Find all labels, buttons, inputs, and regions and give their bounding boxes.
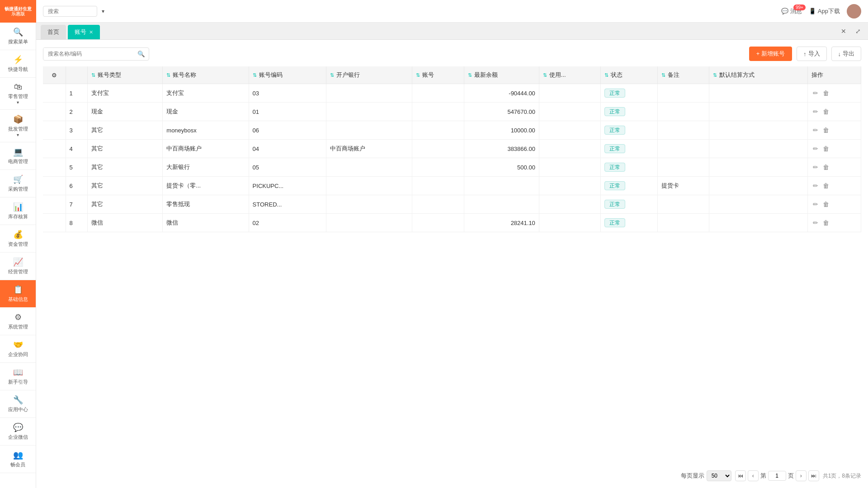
col-remark[interactable]: ⇅备注 xyxy=(657,66,709,84)
tab-expand-button[interactable]: ⤢ xyxy=(853,26,863,37)
col-gear[interactable]: ⚙ xyxy=(43,66,66,84)
tab-account-close[interactable]: ✕ xyxy=(89,29,93,35)
quick-icon: ⚡ xyxy=(13,55,23,65)
col-name[interactable]: ⇅账号名称 xyxy=(163,66,249,84)
sidebar-item-system[interactable]: ⚙ 系统管理 xyxy=(0,308,36,335)
retail-icon: 🛍 xyxy=(14,82,22,92)
col-num xyxy=(66,66,88,84)
row-name-4: 中百商场账户 xyxy=(163,140,249,158)
row-gear-7 xyxy=(43,195,66,214)
row-gear-2 xyxy=(43,103,66,121)
sidebar-item-retail[interactable]: 🛍 零售管理 ▾ xyxy=(0,78,36,110)
edit-button-7[interactable]: ✏ xyxy=(811,199,820,209)
app-download-button[interactable]: 📱 App下载 xyxy=(809,7,840,15)
search-input[interactable] xyxy=(43,48,134,60)
col-status[interactable]: ⇅状态 xyxy=(600,66,657,84)
toolbar: 🔍 + 新增账号 ↑ 导入 ↓ 导出 xyxy=(43,47,861,61)
sidebar-item-member[interactable]: 👥 畅会员 xyxy=(0,446,36,473)
sidebar-item-app_center[interactable]: 🔧 应用中心 xyxy=(0,390,36,418)
purchase-icon: 🛒 xyxy=(13,174,23,184)
export-icon: ↓ xyxy=(838,51,841,57)
tab-account[interactable]: 账号 ✕ xyxy=(68,25,100,39)
delete-button-4[interactable]: 🗑 xyxy=(821,144,830,154)
row-num-1: 1 xyxy=(66,84,88,103)
sidebar-item-enterprise_wx[interactable]: 💬 企业微信 xyxy=(0,418,36,446)
sidebar-item-quick[interactable]: ⚡ 快捷导航 xyxy=(0,50,36,78)
import-icon: ↑ xyxy=(803,51,807,57)
topbar-dropdown[interactable]: ▾ xyxy=(102,8,104,14)
page-number-input[interactable] xyxy=(768,471,786,481)
row-type-3: 其它 xyxy=(88,121,163,140)
col-code[interactable]: ⇅账号编码 xyxy=(249,66,326,84)
table-row: 1 支付宝 支付宝 03 -90444.00 正常 ✏ 🗑 xyxy=(43,84,861,103)
delete-button-5[interactable]: 🗑 xyxy=(821,162,830,172)
delete-button-2[interactable]: 🗑 xyxy=(821,107,830,117)
row-status-5: 正常 xyxy=(600,158,657,177)
search-button[interactable]: 🔍 xyxy=(134,48,149,60)
edit-button-1[interactable]: ✏ xyxy=(811,88,820,98)
col-usage[interactable]: ⇅使用... xyxy=(539,66,600,84)
col-type[interactable]: ⇅账号类型 xyxy=(88,66,163,84)
last-page-button[interactable]: ⏭ xyxy=(808,470,819,481)
edit-button-5[interactable]: ✏ xyxy=(811,162,820,172)
row-actions-6: ✏ 🗑 xyxy=(808,177,861,195)
sidebar-item-label-inventory: 库存核算 xyxy=(8,213,28,220)
sidebar-item-basic[interactable]: 📋 基础信息 xyxy=(0,280,36,308)
delete-button-7[interactable]: 🗑 xyxy=(821,199,830,209)
col-balance[interactable]: ⇅最新余额 xyxy=(464,66,539,84)
sidebar-item-operation[interactable]: 📈 经营管理 xyxy=(0,253,36,280)
sidebar-item-purchase[interactable]: 🛒 采购管理 xyxy=(0,170,36,197)
col-default-settle[interactable]: ⇅默认结算方式 xyxy=(709,66,808,84)
row-num-8: 8 xyxy=(66,214,88,232)
next-page-button[interactable]: › xyxy=(796,470,807,481)
row-default-settle-7 xyxy=(709,195,808,214)
sidebar-item-inventory[interactable]: 📊 库存核算 xyxy=(0,197,36,225)
toolbar-right: + 新增账号 ↑ 导入 ↓ 导出 xyxy=(749,47,861,61)
chevron-down-icon: ▾ xyxy=(102,8,104,14)
delete-button-3[interactable]: 🗑 xyxy=(821,125,830,135)
user-avatar[interactable] xyxy=(847,4,861,19)
first-page-button[interactable]: ⏮ xyxy=(735,470,746,481)
row-usage-4 xyxy=(539,140,600,158)
sidebar-item-agreement[interactable]: 🤝 企业协同 xyxy=(0,335,36,363)
sidebar-item-search[interactable]: 🔍 搜索菜单 xyxy=(0,23,36,50)
edit-button-6[interactable]: ✏ xyxy=(811,181,820,191)
page-label: 第 xyxy=(760,472,766,480)
tab-close-all-button[interactable]: ✕ xyxy=(838,26,849,37)
row-default-settle-8 xyxy=(709,214,808,232)
row-status-6: 正常 xyxy=(600,177,657,195)
inventory-icon: 📊 xyxy=(13,202,23,212)
sidebar-item-wholesale[interactable]: 📦 批发管理 ▾ xyxy=(0,110,36,142)
edit-button-2[interactable]: ✏ xyxy=(811,107,820,117)
edit-button-4[interactable]: ✏ xyxy=(811,144,820,154)
guide-icon: 📖 xyxy=(13,367,23,377)
edit-button-8[interactable]: ✏ xyxy=(811,218,820,228)
topbar-search-input[interactable] xyxy=(43,6,97,17)
accounts-table: ⚙ ⇅账号类型 ⇅账号名称 ⇅账号编码 ⇅开户银行 ⇅账号 ⇅最新余额 ⇅使用.… xyxy=(43,66,861,232)
row-default-settle-4 xyxy=(709,140,808,158)
delete-button-6[interactable]: 🗑 xyxy=(821,181,830,191)
sidebar-item-label-system: 系统管理 xyxy=(8,324,28,330)
prev-page-button[interactable]: ‹ xyxy=(748,470,759,481)
col-account[interactable]: ⇅账号 xyxy=(412,66,464,84)
row-bank-8 xyxy=(326,214,412,232)
delete-button-1[interactable]: 🗑 xyxy=(821,88,830,98)
edit-button-3[interactable]: ✏ xyxy=(811,125,820,135)
tab-home[interactable]: 首页 xyxy=(41,25,66,39)
sidebar-item-ecommerce[interactable]: 💻 电商管理 xyxy=(0,142,36,170)
row-account-4 xyxy=(412,140,464,158)
delete-button-8[interactable]: 🗑 xyxy=(821,218,830,228)
message-button[interactable]: 💬 消息 99+ xyxy=(781,7,802,15)
app-logo: 畅捷通好生意 乐惠版 xyxy=(0,0,36,23)
table-row: 2 现金 现金 01 547670.00 正常 ✏ 🗑 xyxy=(43,103,861,121)
sidebar-item-guide[interactable]: 📖 新手引导 xyxy=(0,363,36,390)
sidebar-item-finance[interactable]: 💰 资金管理 xyxy=(0,225,36,253)
row-actions-1: ✏ 🗑 xyxy=(808,84,861,103)
system-icon: ⚙ xyxy=(14,312,22,322)
page-size-dropdown[interactable]: 50 100 200 xyxy=(707,470,731,481)
export-button[interactable]: ↓ 导出 xyxy=(831,47,862,61)
col-bank[interactable]: ⇅开户银行 xyxy=(326,66,412,84)
add-account-button[interactable]: + 新增账号 xyxy=(749,47,792,61)
import-button[interactable]: ↑ 导入 xyxy=(797,47,827,61)
sidebar-item-label-quick: 快捷导航 xyxy=(8,66,28,73)
